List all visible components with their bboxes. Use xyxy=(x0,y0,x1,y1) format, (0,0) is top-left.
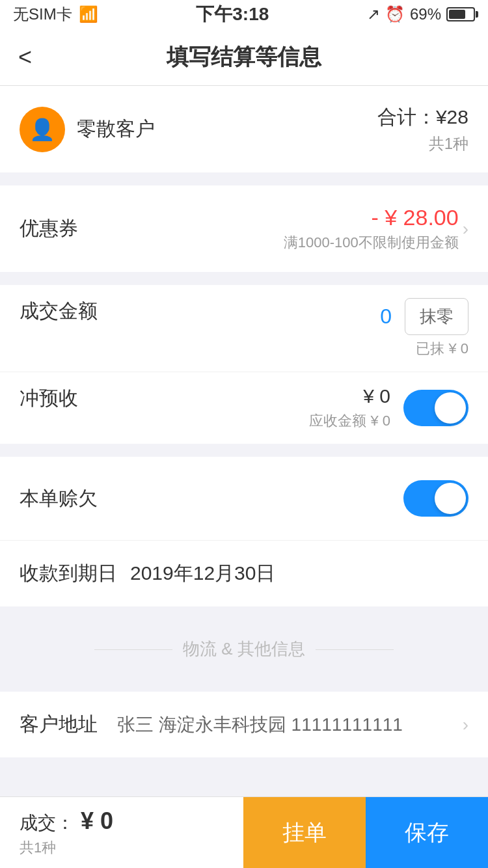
duedate-row[interactable]: 收款到期日 2019年12月30日 xyxy=(0,540,488,606)
debt-toggle-knob xyxy=(435,483,466,514)
coupon-label: 优惠券 xyxy=(20,215,78,242)
debt-section: 本单赊欠 收款到期日 2019年12月30日 xyxy=(0,457,488,606)
coupon-row[interactable]: 优惠券 - ¥ 28.00 满1000-100不限制使用金额 › xyxy=(0,185,488,272)
bottom-deal-label: 成交： xyxy=(20,811,74,835)
carrier-text: 无SIM卡 xyxy=(13,4,72,25)
transaction-amount-row: 成交金额 0 抹零 已抹 ¥ 0 xyxy=(0,285,488,372)
address-label: 客户地址 xyxy=(20,711,98,738)
customer-row: 👤 零散客户 合计：¥28 共1种 xyxy=(0,86,488,172)
duedate-label: 收款到期日 xyxy=(20,560,117,587)
logistics-header: 物流 & 其他信息 xyxy=(0,619,488,679)
transaction-sub-text: 已抹 ¥ 0 xyxy=(416,339,468,359)
bottom-deal-amount: ¥ 0 xyxy=(81,807,113,835)
bottom-bar: 成交： ¥ 0 共1种 挂单 保存 xyxy=(0,796,488,868)
customer-name: 零散客户 xyxy=(77,116,155,142)
address-row[interactable]: 客户地址 张三 海淀永丰科技园 11111111111 › xyxy=(0,692,488,757)
total-amount: 合计：¥28 xyxy=(377,104,468,131)
coupon-desc: 满1000-100不限制使用金额 xyxy=(284,233,459,252)
prepay-sub-text: 应收金额 ¥ 0 xyxy=(309,411,390,431)
battery-percent: 69% xyxy=(410,5,441,23)
page-title: 填写结算等信息 xyxy=(167,42,321,72)
debt-label: 本单赊欠 xyxy=(20,485,98,512)
location-icon: ↗ xyxy=(367,5,380,23)
coupon-right: - ¥ 28.00 满1000-100不限制使用金额 › xyxy=(284,205,468,252)
battery-icon xyxy=(446,7,475,21)
address-value: 张三 海淀永丰科技园 11111111111 xyxy=(117,712,456,737)
transaction-section: 成交金额 0 抹零 已抹 ¥ 0 冲预收 ¥ 0 应收金额 ¥ 0 xyxy=(0,285,488,444)
coupon-discount: - ¥ 28.00 xyxy=(284,205,459,230)
address-section: 客户地址 张三 海淀永丰科技园 11111111111 › xyxy=(0,692,488,757)
transaction-label: 成交金额 xyxy=(20,298,98,325)
prepay-toggle-knob xyxy=(435,392,466,424)
content: 👤 零散客户 合计：¥28 共1种 优惠券 - ¥ 28.00 满1000-10… xyxy=(0,86,488,835)
address-chevron-icon: › xyxy=(463,714,468,735)
coupon-section: 优惠券 - ¥ 28.00 满1000-100不限制使用金额 › xyxy=(0,185,488,272)
status-time: 下午3:18 xyxy=(196,2,269,27)
round-button[interactable]: 抹零 xyxy=(405,298,468,335)
save-button[interactable]: 保存 xyxy=(366,797,488,869)
back-button[interactable]: < xyxy=(18,44,32,71)
customer-left: 👤 零散客户 xyxy=(20,107,155,152)
bottom-left: 成交： ¥ 0 共1种 xyxy=(0,807,243,858)
coupon-chevron-icon: › xyxy=(463,219,468,239)
nav-bar: < 填写结算等信息 xyxy=(0,29,488,86)
prepay-label: 冲预收 xyxy=(20,385,78,412)
avatar-icon: 👤 xyxy=(29,117,55,142)
logistics-header-text: 物流 & 其他信息 xyxy=(183,638,305,660)
status-left: 无SIM卡 📶 xyxy=(13,4,98,25)
prepay-row: 冲预收 ¥ 0 应收金额 ¥ 0 xyxy=(0,372,488,444)
bottom-count: 共1种 xyxy=(20,838,224,858)
transaction-amount-value[interactable]: 0 xyxy=(340,305,392,329)
wifi-icon: 📶 xyxy=(79,5,98,23)
avatar: 👤 xyxy=(20,107,65,152)
total-count: 共1种 xyxy=(377,133,468,154)
debt-toggle[interactable] xyxy=(403,480,468,517)
customer-right: 合计：¥28 共1种 xyxy=(377,104,468,154)
prepay-toggle[interactable] xyxy=(403,390,468,426)
alarm-icon: ⏰ xyxy=(385,5,405,23)
hold-button[interactable]: 挂单 xyxy=(243,797,366,869)
debt-row: 本单赊欠 xyxy=(0,457,488,540)
status-right: ↗ ⏰ 69% xyxy=(367,5,475,23)
duedate-value: 2019年12月30日 xyxy=(130,560,275,587)
status-bar: 无SIM卡 📶 下午3:18 ↗ ⏰ 69% xyxy=(0,0,488,29)
prepay-amount: ¥ 0 xyxy=(309,385,390,407)
